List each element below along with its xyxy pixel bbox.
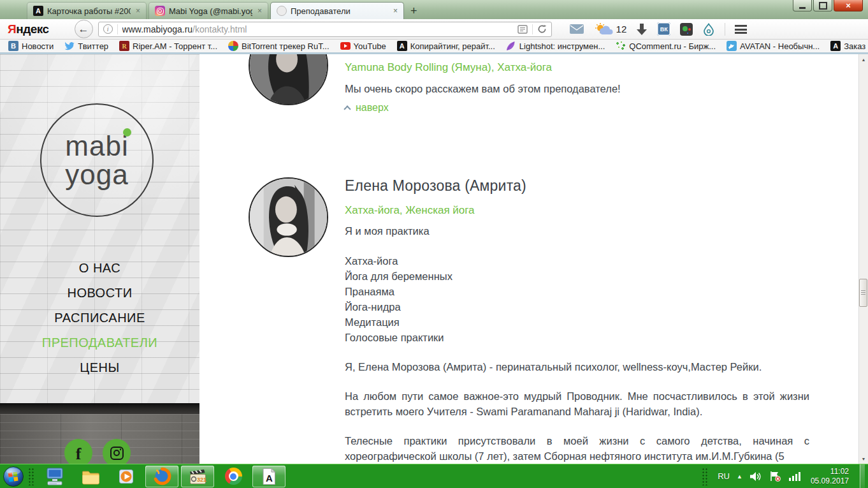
bookmark-label: BitTorrent трекер RuT...: [242, 41, 329, 51]
lightshot-feather-icon: [506, 41, 516, 51]
facebook-button[interactable]: f: [64, 439, 92, 464]
download-icon[interactable]: [636, 23, 647, 36]
show-desktop-button[interactable]: [860, 464, 865, 488]
instagram-icon: [110, 447, 124, 460]
navbar-separator: [725, 23, 725, 36]
reader-mode-icon[interactable]: [517, 25, 528, 34]
menu-hamburger-icon[interactable]: [735, 25, 747, 34]
advego-favicon: A: [33, 6, 43, 16]
mail-icon[interactable]: [570, 24, 584, 34]
taskbar-clock[interactable]: 11:02 05.09.2017: [811, 467, 849, 486]
menu-item-about[interactable]: О НАС: [0, 256, 199, 281]
bookmark-label: Заказ 12784796 / 190....: [844, 41, 868, 51]
weather-widget[interactable]: 12: [593, 23, 627, 36]
social-links: f: [64, 439, 131, 464]
menu-item-teachers-active[interactable]: ПРЕПОДАВАТЕЛИ: [0, 330, 199, 355]
yandex-logo-ya: Я: [8, 22, 16, 36]
vk-icon[interactable]: ВК: [657, 22, 670, 36]
avatan-bird-icon: [727, 41, 737, 51]
tab-advego-work-card[interactable]: A Карточка работы #20097636 ×: [27, 2, 147, 19]
tab-instagram-mabi-yoga[interactable]: Mabi Yoga (@mabi.yoga) • Ф ×: [148, 2, 268, 19]
minimize-button[interactable]: [793, 0, 812, 11]
media-player-classic-icon: 321: [189, 468, 207, 485]
bookmarks-bar: ВНовости Твиттер RRiper.AM - Торрент т..…: [0, 40, 868, 54]
bookmark-qcomment[interactable]: QComment.ru - Бирж...: [612, 41, 719, 51]
menu-item-prices[interactable]: ЦЕНЫ: [0, 355, 199, 380]
back-to-top-link[interactable]: наверх: [345, 102, 809, 114]
tab-close-icon[interactable]: ×: [134, 6, 141, 15]
photo-editor-icon[interactable]: [680, 23, 693, 36]
menu-item-news[interactable]: НОВОСТИ: [0, 281, 199, 306]
action-center-flag-icon[interactable]: [769, 471, 781, 482]
bookmark-kopirajting[interactable]: AКопирайтинг, рерайт...: [394, 41, 498, 51]
advego-letter: A: [266, 473, 273, 484]
bookmark-twitter[interactable]: Твиттер: [61, 41, 112, 51]
taskbar-show-desktop-toolbar[interactable]: [38, 466, 71, 487]
teachers-page-content: Yamuna Body Rolling (Ямуна), Хатха-йога …: [199, 54, 858, 464]
bio-paragraph: Телесные практики присутствовали в моей …: [345, 433, 809, 464]
site-menu: О НАС НОВОСТИ РАСПИСАНИЕ ПРЕПОДАВАТЕЛИ Ц…: [0, 256, 199, 380]
mpc-label: 321: [197, 476, 206, 482]
bookmark-lightshot[interactable]: Lightshot: инструмен...: [503, 41, 609, 51]
scroll-up-arrow[interactable]: ▲: [859, 54, 868, 64]
clock-date: 05.09.2017: [811, 477, 849, 486]
tab-title: Преподаватели: [291, 6, 388, 16]
site-info-icon[interactable]: i: [103, 24, 113, 34]
url-text[interactable]: www.mabiyoga.ru/kontakty.html: [122, 24, 513, 34]
taskbar-firefox-button-active[interactable]: [145, 466, 178, 487]
browser-titlebar: A Карточка работы #20097636 × Mabi Yoga …: [0, 0, 868, 19]
tab-close-icon[interactable]: ×: [256, 6, 263, 15]
taskbar-media-player-button[interactable]: [110, 466, 143, 487]
menu-item-schedule[interactable]: РАСПИСАНИЕ: [0, 306, 199, 330]
practice-item: Голосовые практики: [345, 330, 809, 345]
droplet-icon[interactable]: [702, 23, 715, 36]
logo-line-2: yoga: [65, 160, 128, 189]
practice-item: Йога-нидра: [345, 299, 809, 314]
bookmark-zakaz[interactable]: AЗаказ 12784796 / 190....: [827, 41, 868, 51]
bookmark-youtube[interactable]: YouTube: [337, 41, 389, 51]
reload-icon[interactable]: [537, 24, 547, 34]
bookmark-label: Riper.AM - Торрент т...: [133, 41, 217, 51]
teacher-portrait-image: [250, 54, 327, 104]
teacher-specialty: Хатха-йога, Женская йога: [345, 204, 809, 217]
volume-icon[interactable]: [749, 471, 762, 482]
bookmark-bittorrent[interactable]: BitTorrent трекер RuT...: [225, 41, 333, 51]
taskbar-chrome-button[interactable]: [217, 466, 250, 487]
back-button[interactable]: ←: [75, 20, 93, 38]
bookmark-label: Новости: [22, 41, 54, 51]
close-button[interactable]: ×: [834, 0, 863, 11]
tray-expand-icon[interactable]: ▲: [737, 473, 742, 480]
scroll-down-arrow[interactable]: ▼: [859, 454, 868, 464]
mabi-yoga-logo[interactable]: mabi yoga: [40, 103, 154, 217]
vertical-scrollbar[interactable]: ▲ ▼: [858, 54, 868, 464]
yandex-logo[interactable]: Яндекс: [8, 22, 49, 36]
teacher-card-yamuna: Yamuna Body Rolling (Ямуна), Хатха-йога …: [249, 54, 858, 114]
urlbar-separator: [117, 24, 118, 34]
site-sidebar: mabi yoga О НАС НОВОСТИ РАСПИСАНИЕ ПРЕПО…: [0, 54, 199, 464]
practices-list: Хатха-йога Йога для беременных Пранаяма …: [345, 253, 809, 345]
bookmark-label: Копирайтинг, рерайт...: [410, 41, 495, 51]
language-indicator[interactable]: RU: [718, 471, 730, 481]
start-button[interactable]: [3, 466, 24, 487]
taskbar-advego-button-active[interactable]: A: [252, 466, 286, 487]
tab-teachers-active[interactable]: Преподаватели ×: [270, 2, 404, 19]
address-bar[interactable]: i www.mabiyoga.ru/kontakty.html: [98, 22, 552, 37]
instagram-button[interactable]: [103, 439, 131, 464]
urlbar-separator: [532, 24, 533, 34]
bookmark-novosti[interactable]: ВНовости: [5, 41, 57, 51]
new-tab-button[interactable]: +: [410, 5, 417, 17]
teacher-photo: [249, 177, 328, 257]
bookmark-avatan[interactable]: AVATAN - Необычн...: [723, 41, 823, 51]
network-signal-icon[interactable]: [788, 471, 801, 481]
scrollbar-thumb[interactable]: [859, 279, 867, 307]
practice-item: Медитация: [345, 314, 809, 330]
qcomment-icon: [616, 41, 626, 51]
maximize-button[interactable]: [813, 0, 832, 11]
bookmark-riper[interactable]: RRiper.AM - Торрент т...: [116, 41, 221, 51]
instagram-favicon: [155, 6, 165, 16]
taskbar-mpc-button-active[interactable]: 321: [181, 466, 214, 487]
taskbar-explorer-button[interactable]: [74, 466, 107, 487]
teacher-info: Yamuna Body Rolling (Ямуна), Хатха-йога …: [345, 54, 809, 114]
tab-close-icon[interactable]: ×: [392, 6, 399, 15]
bookmark-label: QComment.ru - Бирж...: [629, 41, 716, 51]
